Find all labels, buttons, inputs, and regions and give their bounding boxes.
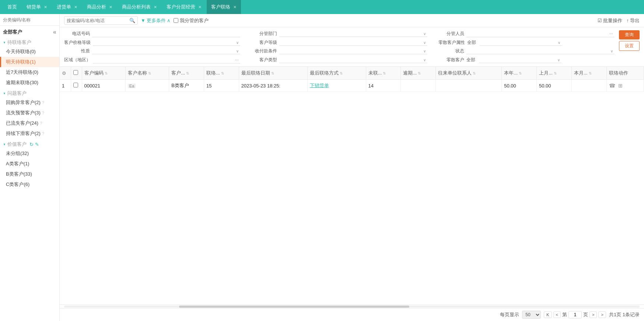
sidebar-item-today[interactable]: 今天待联络(0) <box>0 46 59 57</box>
next-page-btn[interactable]: > <box>589 311 597 318</box>
page-label: 第 <box>562 311 567 318</box>
filter-payment-label: 收付款条件 <box>251 48 277 54</box>
nav-home[interactable]: 首页 <box>3 0 21 14</box>
prev-page-btn[interactable]: < <box>553 311 561 318</box>
cell-checkbox <box>71 80 82 92</box>
nav-sales-order[interactable]: 销货单 ✕ <box>22 0 52 14</box>
settings-button[interactable]: 设置 <box>619 41 640 51</box>
refresh-icon[interactable]: ↻ <box>29 142 34 147</box>
last-page-btn[interactable]: > <box>598 311 606 318</box>
sort-icon[interactable]: ⇅ <box>148 71 151 75</box>
close-icon[interactable]: ✕ <box>109 5 112 10</box>
sidebar-item-ungrouped[interactable]: 未分组(32) <box>0 148 59 159</box>
select-all-checkbox[interactable] <box>73 70 78 75</box>
search-icon[interactable]: 🔍 <box>129 18 135 23</box>
sidebar-item-7days[interactable]: 近7天待联络(0) <box>0 67 59 77</box>
sidebar-item-repurchase-abnormal[interactable]: 回购异常客户(2) ? <box>0 97 59 108</box>
all-customers-label[interactable]: 全部客户 <box>3 29 22 35</box>
sidebar-item-class-c[interactable]: C类客户(6) <box>0 179 59 190</box>
sort-icon[interactable]: ⇅ <box>221 71 224 75</box>
export-button[interactable]: ↑ 导出 <box>627 17 640 24</box>
nav-purchase-order[interactable]: 进货单 ✕ <box>52 0 82 14</box>
sort-icon[interactable]: ⇅ <box>340 71 343 75</box>
filter-cust-type-select[interactable]: ∨ <box>279 57 427 63</box>
filter-price-select[interactable]: ∨ <box>93 40 240 46</box>
my-customer-checkbox[interactable] <box>174 18 178 23</box>
collapse-icon[interactable]: « <box>53 29 56 35</box>
sort-icon[interactable]: ⇅ <box>271 71 274 75</box>
close-icon[interactable]: ✕ <box>74 5 77 10</box>
page-input[interactable] <box>568 311 582 318</box>
nav-customer-contact[interactable]: 客户联络 ✕ <box>207 0 241 14</box>
col-this-year: 本年... ⇅ <box>502 67 537 80</box>
filter-price-level: 客户价格等级 ∨ <box>64 39 240 46</box>
filter-phone-input[interactable] <box>92 30 240 37</box>
filter-btn[interactable]: ▼ 更多条件 ∧ <box>141 17 171 24</box>
filter-region-input[interactable]: ··· <box>93 56 240 63</box>
close-icon[interactable]: ✕ <box>154 5 157 10</box>
help-icon: ? <box>42 111 44 115</box>
filter-dept-select[interactable]: ∨ <box>279 31 427 37</box>
action-icons-container: ☎ ⊞ <box>609 83 641 89</box>
sort-icon[interactable]: ⇅ <box>418 71 421 75</box>
batch-op-button[interactable]: ☑ 批量操作 <box>598 17 622 24</box>
scroll-thumb[interactable] <box>179 306 409 308</box>
sort-icon[interactable]: ⇅ <box>186 71 189 75</box>
close-icon[interactable]: ✕ <box>44 5 47 10</box>
col-checkbox <box>71 67 82 80</box>
checkbox-icon: ☑ <box>598 18 602 23</box>
filter-row-3: 性质 ∨ 收付款条件 ∨ <box>64 48 615 54</box>
search-input[interactable] <box>67 18 128 23</box>
sort-icon[interactable]: ⇅ <box>519 71 522 75</box>
nav-product-analysis-list[interactable]: 商品分析列表 ✕ <box>118 0 161 14</box>
more-action-icon[interactable]: ⊞ <box>618 83 623 89</box>
data-table-container: ⚙ 客户编码 ⇅ 客户名称 <box>60 67 644 304</box>
sidebar-item-overdue[interactable]: 逾期未联络(30) <box>0 77 59 88</box>
filter-retail-attr: 零散客户属性 全部 ∨ <box>438 39 615 46</box>
sidebar-item-declining[interactable]: 持续下滑客户(2) ? <box>0 128 59 139</box>
close-icon[interactable]: ✕ <box>233 5 237 10</box>
filter-row-4: 区域（地区） ··· 客户类型 ∨ <box>64 56 615 63</box>
sidebar-item-class-b[interactable]: B类客户(33) <box>0 169 59 179</box>
close-icon[interactable]: ✕ <box>198 5 202 10</box>
page-size-select[interactable]: 50 100 <box>522 311 541 319</box>
filter-retail-cust-select[interactable]: ∨ <box>479 57 561 63</box>
page-size-label: 每页显示 <box>500 311 519 318</box>
filter-manager: 分管人员 ··· <box>438 30 615 37</box>
sidebar-search-container: 🔍 <box>0 14 59 26</box>
filter-status-select[interactable]: ∨ <box>466 48 615 54</box>
filter-retail-attr-select[interactable]: ∨ <box>480 40 562 46</box>
nav-customer-tiered[interactable]: 客户分层经营 ✕ <box>162 0 206 14</box>
my-customer-checkbox-container[interactable]: 我分管的客户 <box>174 17 209 24</box>
filter-cust-level-select[interactable]: ∨ <box>279 40 427 46</box>
contact-action-icon[interactable]: ☎ <box>609 83 615 89</box>
sort-icon[interactable]: ⇅ <box>473 71 476 75</box>
filter-arrow-icon: ∧ <box>167 18 171 23</box>
row-checkbox[interactable] <box>73 83 78 87</box>
toolbar-right: ☑ 批量操作 ↑ 导出 <box>598 17 640 24</box>
sidebar-item-churned[interactable]: 已流失客户(24) ? <box>0 118 59 128</box>
filter-nature-select[interactable]: ∨ <box>92 48 240 54</box>
edit-icon[interactable]: ✎ <box>35 142 39 147</box>
total-label: 共1页 1条记录 <box>609 311 640 318</box>
col-overdue: 逾期... ⇅ <box>401 67 436 80</box>
sort-icon[interactable]: ⇅ <box>589 71 592 75</box>
last-method-link[interactable]: 下销货单 <box>310 83 329 88</box>
sidebar-item-class-a[interactable]: A类客户(1) <box>0 159 59 169</box>
filter-payment-select[interactable]: ∨ <box>279 48 427 54</box>
sort-icon[interactable]: ⇅ <box>383 71 386 75</box>
col-settings-icon[interactable]: ⚙ <box>62 70 66 76</box>
sidebar-search-input[interactable] <box>3 17 58 23</box>
sort-icon[interactable]: ⇅ <box>105 71 108 75</box>
nav-product-analysis[interactable]: 商品分析 ✕ <box>83 0 117 14</box>
cell-this-year: 50.00 <box>502 80 537 92</box>
filter-manager-input[interactable]: ··· <box>466 30 615 37</box>
sort-icon[interactable]: ⇅ <box>554 71 557 75</box>
sidebar-item-churn-warning[interactable]: 流失预警客户(3) ? <box>0 108 59 118</box>
query-button[interactable]: 查询 <box>619 30 640 39</box>
col-code: 客户编码 ⇅ <box>82 67 125 80</box>
horizontal-scrollbar[interactable] <box>60 304 644 308</box>
first-page-btn[interactable]: K <box>544 311 552 318</box>
sidebar-item-tomorrow[interactable]: 明天待联络(1) <box>0 57 59 67</box>
cell-type: B类客户 <box>169 80 204 92</box>
